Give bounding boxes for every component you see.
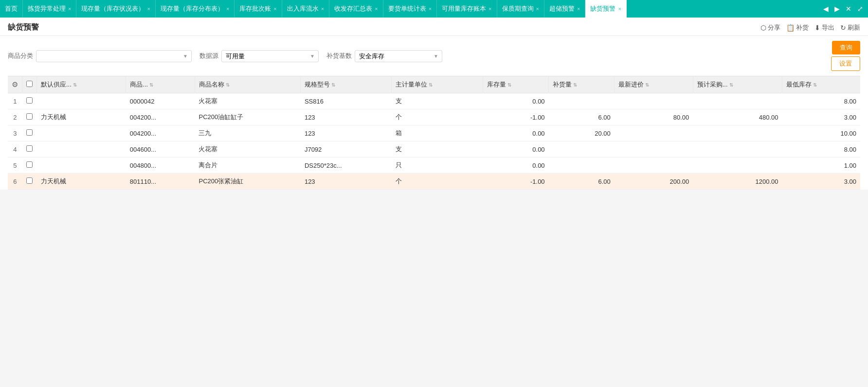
row-checkbox[interactable] [26,161,33,168]
close-icon[interactable]: × [618,6,621,12]
table-row: 2 力天机械 004200... PC200油缸缸子 123 个 -1.00 6… [8,109,860,125]
cell-latest-price: 80.00 [615,109,693,125]
th-min-stock[interactable]: 最低库存 ⇅ [782,76,860,93]
sort-icon: ⇅ [729,82,733,88]
cell-goods-name: 火花塞 [195,93,300,109]
close-icon[interactable]: × [68,6,71,12]
th-goods-code[interactable]: 商品... ⇅ [126,76,195,93]
sort-icon: ⇅ [813,82,817,88]
data-table: ⚙ 默认供应... ⇅ 商品... ⇅ [8,76,860,190]
replenish-button[interactable]: 📋 补货 [786,23,809,32]
replenish-select[interactable]: 安全库存 [355,50,442,62]
close-icon[interactable]: × [321,6,324,12]
cell-goods-name: PC200张紧油缸 [195,174,300,190]
cell-stock: -1.00 [483,109,548,125]
refresh-button[interactable]: ↻ 刷新 [840,23,860,32]
table-row: 4 004600... 火花塞 J7092 支 0.00 8.00 [8,141,860,158]
tab-picking[interactable]: 拣货异常处理 × [23,0,76,18]
cell-goods-name: 火花塞 [195,141,300,158]
sort-icon: ⇅ [573,82,577,88]
row-checkbox[interactable] [26,97,33,104]
cell-forecast: 1200.00 [693,174,782,190]
row-number: 5 [8,158,22,174]
cell-goods-name: PC200油缸缸子 [195,109,300,125]
row-checkbox-cell [22,141,37,158]
cell-forecast [693,125,782,141]
th-latest-price[interactable]: 最新进价 ⇅ [615,76,693,93]
settings-button[interactable]: 设置 [831,56,860,71]
cell-spec: 123 [301,174,392,190]
row-number: 6 [8,174,22,190]
sort-icon: ⇅ [429,82,433,88]
row-checkbox[interactable] [26,113,33,120]
close-window-button[interactable]: ✕ [843,0,854,18]
cell-min-stock: 1.00 [782,158,860,174]
cell-supplier [37,93,126,109]
sort-icon: ⇅ [73,82,77,88]
cell-min-stock: 10.00 [782,125,860,141]
cell-forecast: 480.00 [693,109,782,125]
row-checkbox[interactable] [26,145,33,152]
cell-unit: 箱 [392,125,483,141]
replenish-filter: 补货基数 安全库存 [326,50,442,62]
scroll-left-button[interactable]: ◀ [820,0,832,18]
tab-shortage[interactable]: 缺货预警 × [585,0,626,18]
expand-button[interactable]: ⤢ [854,0,866,18]
table-row: 5 004800... 离合片 DS250*23c... 只 0.00 1.00 [8,158,860,174]
close-icon[interactable]: × [577,6,580,12]
th-unit[interactable]: 主计量单位 ⇅ [392,76,483,93]
share-button[interactable]: ⬡ 分享 [760,23,780,32]
close-icon[interactable]: × [488,6,491,12]
sort-icon: ⇅ [507,82,511,88]
tab-overstock[interactable]: 超储预警 × [544,0,585,18]
row-checkbox[interactable] [26,177,33,184]
cell-stock: 0.00 [483,125,548,141]
query-button[interactable]: 查询 [832,41,860,54]
cell-latest-price [615,158,693,174]
cell-forecast [693,93,782,109]
tab-summary[interactable]: 收发存汇总表 × [329,0,383,18]
export-button[interactable]: ⬇ 导出 [814,23,834,32]
tab-inout[interactable]: 出入库流水 × [282,0,329,18]
tab-home[interactable]: 首页 [0,0,23,18]
th-forecast[interactable]: 预计采购... ⇅ [693,76,782,93]
cell-min-stock: 8.00 [782,141,860,158]
tab-stock1[interactable]: 现存量（库存状况表） × [76,0,155,18]
tab-stock2[interactable]: 现存量（库存分布表） × [156,0,235,18]
tab-available[interactable]: 可用量库存账本 × [437,0,497,18]
row-checkbox[interactable] [26,129,33,136]
close-icon[interactable]: × [375,6,378,12]
th-spec[interactable]: 规格型号 ⇅ [301,76,392,93]
cell-stock: 0.00 [483,141,548,158]
category-select[interactable] [36,50,192,62]
th-goods-name[interactable]: 商品名称 ⇅ [195,76,300,93]
close-icon[interactable]: × [536,6,539,12]
page-header: 缺货预警 ⬡ 分享 📋 补货 ⬇ 导出 ↻ 刷新 [0,18,868,36]
cell-forecast [693,158,782,174]
close-icon[interactable]: × [226,6,229,12]
th-stock[interactable]: 库存量 ⇅ [483,76,548,93]
gear-icon[interactable]: ⚙ [12,80,18,88]
cell-stock: 0.00 [483,93,548,109]
tab-expiry[interactable]: 保质期查询 × [497,0,544,18]
th-supplier[interactable]: 默认供应... ⇅ [37,76,126,93]
cell-replenish: 6.00 [549,174,615,190]
tab-requisition[interactable]: 要货单统计表 × [383,0,437,18]
sort-icon: ⇅ [645,82,649,88]
cell-stock: 0.00 [483,158,548,174]
cell-unit: 个 [392,174,483,190]
datasource-filter: 数据源 可用量 [199,50,319,62]
datasource-select[interactable]: 可用量 [221,50,319,62]
replenish-label: 补货基数 [326,52,352,60]
scroll-right-button[interactable]: ▶ [832,0,843,18]
select-all-checkbox[interactable] [26,81,33,87]
cell-spec: DS250*23c... [301,158,392,174]
close-icon[interactable]: × [147,6,150,12]
tab-batch[interactable]: 库存批次账 × [235,0,282,18]
th-replenish[interactable]: 补货量 ⇅ [549,76,615,93]
close-icon[interactable]: × [273,6,276,12]
cell-latest-price [615,125,693,141]
th-settings: ⚙ [8,76,22,93]
cell-latest-price [615,141,693,158]
close-icon[interactable]: × [429,6,432,12]
